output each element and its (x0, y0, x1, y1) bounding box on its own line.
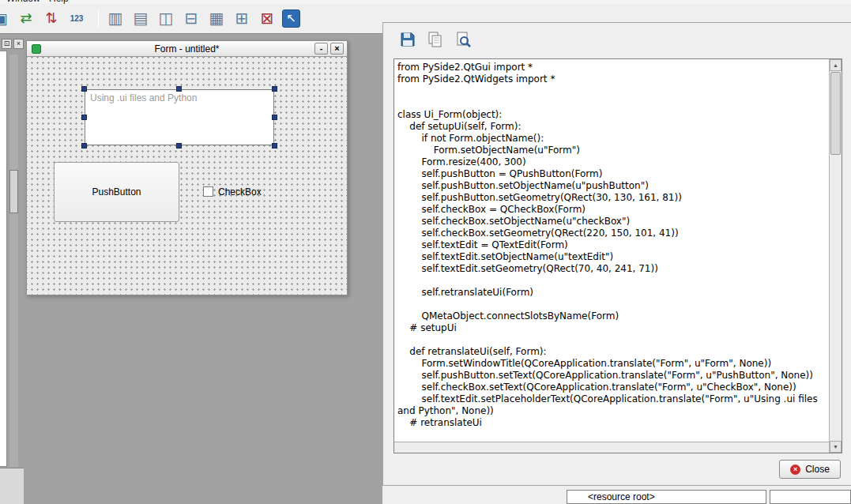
textedit-widget[interactable]: Using .ui files and Python (85, 89, 274, 145)
horizontal-scrollbar[interactable] (394, 442, 829, 453)
code-view[interactable]: from PySide2.QtGui import * from PySide2… (393, 58, 842, 453)
dock-titlebar-buttons: ⊡ × (2, 39, 24, 49)
resource-browser-fragment-2 (770, 490, 851, 504)
layout-vertical-icon[interactable]: ▤ (130, 8, 151, 28)
scrollbar-thumb[interactable] (830, 72, 841, 155)
edit-buddies-icon[interactable]: ⇅ (41, 8, 62, 28)
view-code-dialog: from PySide2.QtGui import * from PySide2… (382, 22, 851, 486)
adjust-size-icon[interactable]: ↖ (282, 9, 300, 28)
layout-grid-icon[interactable]: ▦ (206, 8, 227, 28)
find-icon[interactable] (453, 29, 473, 50)
selection-handle[interactable] (272, 143, 277, 149)
layout-horizontal-icon[interactable]: ▥ (105, 8, 126, 28)
widget-box-dock-fragment (0, 51, 7, 467)
pushbutton-widget[interactable]: PushButton (54, 162, 179, 222)
scroll-up-icon[interactable]: ▲ (830, 59, 842, 71)
save-icon-svg (399, 31, 416, 48)
checkbox-box-icon[interactable] (203, 186, 213, 197)
textedit-selection-frame: Using .ui files and Python (85, 89, 274, 145)
layout-form-icon[interactable]: ⊞ (232, 8, 252, 28)
mode-and-layout-toolbar: ▣ ⇄ ⇅ 123 ▥ ▤ ◫ ⊟ ▦ ⊞ ⊠ ↖ (0, 6, 305, 31)
copy-icon[interactable] (425, 29, 446, 50)
dock-close-icon[interactable]: × (13, 39, 24, 49)
scroll-down-icon[interactable]: ▼ (830, 441, 842, 453)
close-x-icon: × (790, 465, 800, 475)
selection-handle[interactable] (272, 115, 277, 120)
menubar: Window Help (0, 0, 851, 4)
edit-tab-order-icon[interactable]: 123 (66, 8, 87, 28)
generated-code-text[interactable]: from PySide2.QtGui import * from PySide2… (394, 59, 829, 442)
form-window-title: Form - untitled* (27, 43, 347, 55)
selection-handle[interactable] (176, 86, 182, 92)
save-icon[interactable] (397, 29, 418, 50)
edit-widgets-icon[interactable]: ▣ (0, 8, 11, 28)
layout-vertical-splitter-icon[interactable]: ⊟ (181, 8, 201, 28)
edit-signals-slots-icon[interactable]: ⇄ (16, 8, 36, 28)
code-dialog-toolbar (397, 29, 473, 50)
menu-help[interactable]: Help (49, 0, 69, 4)
close-window-button[interactable]: × (330, 43, 344, 55)
checkbox-label: CheckBox (218, 186, 262, 197)
dock-corner-fragment (0, 468, 24, 504)
selection-handle[interactable] (272, 86, 277, 92)
designer-form-window: Form - untitled* - × Using .ui files and… (26, 40, 348, 295)
scrollbar-thumb[interactable] (9, 170, 18, 213)
close-button[interactable]: × Close (779, 460, 841, 479)
selection-handle[interactable] (81, 143, 87, 149)
minimize-button[interactable]: - (314, 43, 328, 55)
dock-float-icon[interactable]: ⊡ (2, 39, 12, 49)
toolbar-separator (98, 9, 99, 28)
form-window-controls: - × (314, 43, 344, 55)
vertical-scrollbar[interactable]: ▲ ▼ (829, 59, 842, 453)
resource-root-item[interactable]: <resource root> (588, 491, 655, 502)
selection-handle[interactable] (81, 115, 87, 120)
close-button-label: Close (805, 464, 830, 475)
find-icon-svg (454, 31, 472, 48)
selection-handle[interactable] (81, 86, 87, 92)
checkbox-widget[interactable]: CheckBox (203, 186, 262, 197)
widget-box-scrollbar[interactable] (9, 55, 18, 467)
layout-horizontal-splitter-icon[interactable]: ◫ (156, 8, 176, 28)
selection-handle[interactable] (176, 143, 182, 149)
qt-designer-window: Window Help ▣ ⇄ ⇅ 123 ▥ ▤ ◫ ⊟ ▦ ⊞ ⊠ ↖ ⊡ … (0, 0, 851, 504)
resource-browser-fragment: <resource root> (567, 490, 766, 504)
copy-icon-svg (427, 31, 444, 48)
mdi-workspace: ⊡ × Form - untitled* - × Using .ui files… (0, 33, 382, 504)
form-window-titlebar[interactable]: Form - untitled* - × (27, 41, 347, 57)
break-layout-icon[interactable]: ⊠ (257, 8, 277, 28)
menu-window[interactable]: Window (6, 0, 40, 4)
